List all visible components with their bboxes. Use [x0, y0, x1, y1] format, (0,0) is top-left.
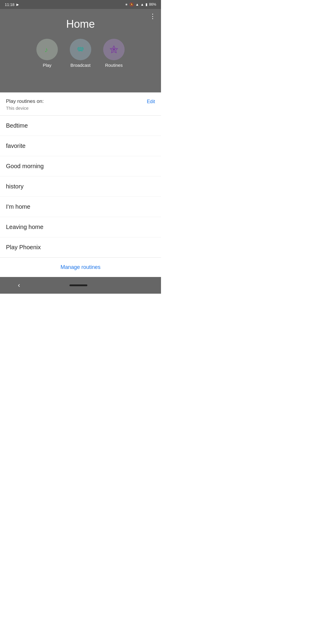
wifi-icon: ▲ — [135, 2, 139, 7]
broadcast-icon — [76, 45, 85, 54]
background-section: ⋮ Home ♪ Play Broadcast — [0, 9, 161, 92]
routine-item-favorite[interactable]: favorite — [0, 136, 161, 156]
time-display: 11:18 — [5, 2, 15, 7]
play-button[interactable]: ♪ Play — [36, 39, 58, 68]
svg-point-2 — [80, 48, 81, 49]
nav-bar: ‹ — [0, 277, 161, 294]
routine-item-leaving-home[interactable]: Leaving home — [0, 217, 161, 237]
broadcast-icon-circle — [70, 39, 91, 60]
home-title: Home — [66, 18, 95, 30]
routine-item-bedtime[interactable]: Bedtime — [0, 116, 161, 136]
routine-item-im-home[interactable]: I'm home — [0, 197, 161, 217]
mute-icon: 🔕 — [129, 2, 134, 7]
bluetooth-icon: ∗ — [125, 2, 128, 7]
routine-item-good-morning[interactable]: Good morning — [0, 156, 161, 177]
home-indicator[interactable] — [69, 284, 87, 286]
play-icon-circle: ♪ — [36, 39, 58, 60]
battery-icon: ▮ — [145, 2, 148, 7]
music-note-icon: ♪ — [43, 45, 52, 54]
routine-list: Bedtime favorite Good morning history I'… — [0, 116, 161, 257]
svg-point-4 — [113, 48, 115, 51]
manage-routines-section: Manage routines — [0, 257, 161, 277]
youtube-icon: ▶ — [16, 3, 19, 7]
routines-button[interactable]: Routines — [103, 39, 125, 68]
bottom-sheet: Play routines on: This device Edit Bedti… — [0, 92, 161, 277]
routines-icon-circle — [103, 39, 125, 60]
routine-item-play-phoenix[interactable]: Play Phoenix — [0, 237, 161, 257]
device-label: This device — [6, 106, 44, 111]
back-button[interactable]: ‹ — [18, 281, 20, 289]
broadcast-button[interactable]: Broadcast — [70, 39, 91, 68]
routines-label: Routines — [105, 63, 123, 68]
status-bar: 11:18 ▶ ∗ 🔕 ▲ ▲ ▮ 86% — [0, 0, 161, 9]
manage-routines-button[interactable]: Manage routines — [61, 264, 100, 270]
play-label: Play — [43, 63, 51, 68]
edit-button[interactable]: Edit — [147, 98, 155, 104]
status-left: 11:18 ▶ — [5, 2, 19, 7]
broadcast-label: Broadcast — [70, 63, 91, 68]
status-right: ∗ 🔕 ▲ ▲ ▮ 86% — [125, 2, 156, 7]
battery-percent: 86% — [149, 2, 156, 7]
play-routines-label: Play routines on: — [6, 98, 44, 104]
signal-icon: ▲ — [140, 2, 144, 7]
svg-text:♪: ♪ — [44, 46, 48, 54]
routine-item-history[interactable]: history — [0, 177, 161, 197]
more-menu-button[interactable]: ⋮ — [149, 13, 156, 20]
play-routines-info: Play routines on: This device — [6, 98, 44, 111]
routines-icon — [109, 45, 119, 54]
play-routines-header: Play routines on: This device Edit — [0, 92, 161, 115]
action-buttons-row: ♪ Play Broadcast — [36, 39, 125, 68]
